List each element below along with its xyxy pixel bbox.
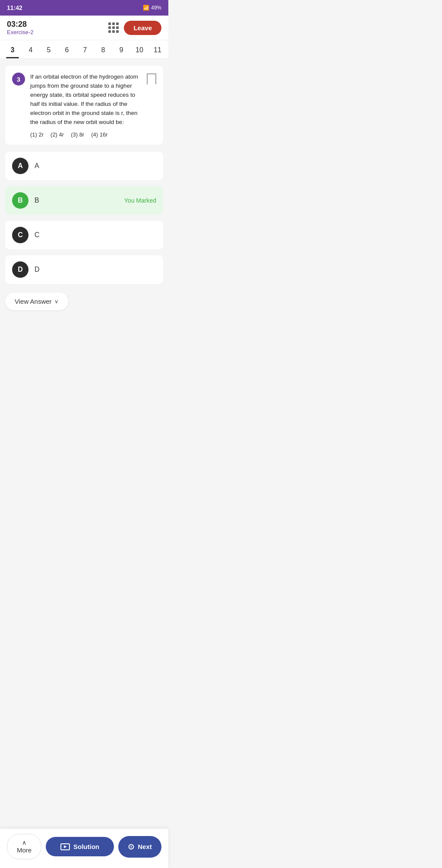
more-label: More xyxy=(17,846,32,854)
question-header: 3 If an orbital electron of the hydrogen… xyxy=(12,73,156,127)
bookmark-icon[interactable] xyxy=(147,73,156,85)
option-label-a: A xyxy=(35,162,156,170)
main-content: 3 If an orbital electron of the hydrogen… xyxy=(0,59,168,362)
wifi-icon: 📶 xyxy=(143,5,149,11)
option-circle-a: A xyxy=(12,158,28,174)
solution-button[interactable]: Solution xyxy=(46,837,114,856)
option-c[interactable]: CC xyxy=(5,221,163,249)
tabs-bar: 345678910111 xyxy=(0,40,168,59)
question-text: If an orbital electron of the hydrogen a… xyxy=(30,73,142,127)
tab-item-1[interactable]: 1 xyxy=(167,40,168,58)
more-chevron-icon: ∧ xyxy=(22,839,26,846)
battery-icon: 49% xyxy=(151,5,161,11)
option-row-item: (2) 4r xyxy=(51,131,64,138)
header-right: Leave xyxy=(108,21,161,35)
status-icons: 📶 49% xyxy=(143,5,161,11)
option-label-c: C xyxy=(35,231,156,239)
option-d[interactable]: DD xyxy=(5,255,163,284)
tab-item-5[interactable]: 5 xyxy=(41,40,57,58)
tab-item-8[interactable]: 8 xyxy=(95,40,111,58)
header-left: 03:28 Exercise-2 xyxy=(7,20,33,35)
option-circle-d: D xyxy=(12,261,28,278)
option-row-item: (4) 16r xyxy=(91,131,107,138)
status-bar: 11:42 📶 49% xyxy=(0,0,168,16)
solution-label: Solution xyxy=(73,843,99,850)
option-b[interactable]: BBYou Marked xyxy=(5,186,163,215)
bottom-bar: ∧ More Solution ⊙ Next xyxy=(0,829,168,868)
option-label-d: D xyxy=(35,266,156,273)
leave-button[interactable]: Leave xyxy=(124,21,161,35)
next-button[interactable]: ⊙ Next xyxy=(118,836,161,858)
option-label-b: B xyxy=(35,197,118,204)
chevron-down-icon: ∨ xyxy=(54,298,59,305)
option-circle-b: B xyxy=(12,192,28,209)
grid-icon[interactable] xyxy=(108,22,119,33)
next-icon: ⊙ xyxy=(128,842,134,852)
tab-item-7[interactable]: 7 xyxy=(77,40,93,58)
tab-item-9[interactable]: 9 xyxy=(113,40,129,58)
header: 03:28 Exercise-2 Leave xyxy=(0,16,168,40)
options-list: AABBYou MarkedCCDD xyxy=(5,152,163,284)
tab-item-10[interactable]: 10 xyxy=(131,40,148,58)
option-row-item: (1) 2r xyxy=(30,131,44,138)
view-answer-button[interactable]: View Answer ∨ xyxy=(5,293,68,310)
tab-item-3[interactable]: 3 xyxy=(4,40,21,58)
header-timer: 03:28 xyxy=(7,20,33,29)
you-marked-text: You Marked xyxy=(124,197,156,204)
option-row-item: (3) 8r xyxy=(71,131,84,138)
more-button[interactable]: ∧ More xyxy=(7,834,41,859)
question-card: 3 If an orbital electron of the hydrogen… xyxy=(5,66,163,145)
options-row: (1) 2r(2) 4r(3) 8r(4) 16r xyxy=(12,131,156,138)
next-label: Next xyxy=(138,843,152,850)
view-answer-label: View Answer xyxy=(15,298,52,305)
option-circle-c: C xyxy=(12,227,28,243)
tab-item-4[interactable]: 4 xyxy=(22,40,39,58)
header-subtitle: Exercise-2 xyxy=(7,29,33,35)
option-a[interactable]: AA xyxy=(5,152,163,180)
tab-item-11[interactable]: 11 xyxy=(149,40,166,58)
tab-item-6[interactable]: 6 xyxy=(59,40,75,58)
status-time: 11:42 xyxy=(7,4,22,11)
solution-icon xyxy=(60,843,70,850)
question-number-badge: 3 xyxy=(12,73,25,86)
